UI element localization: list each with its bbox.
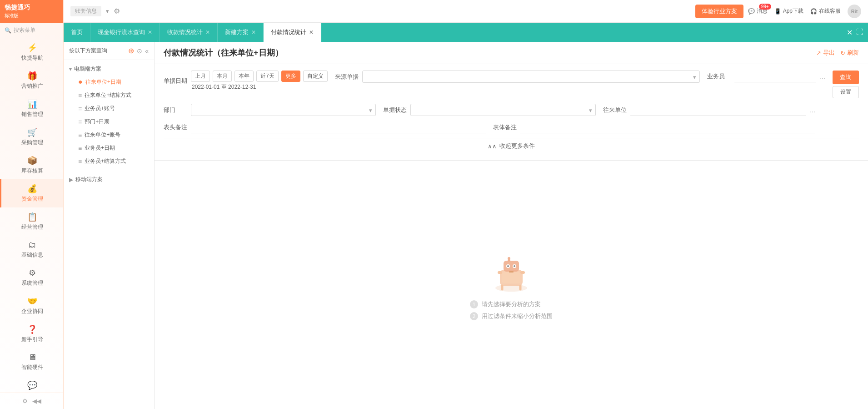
empty-state: 1 请先选择要分析的方案 2 用过滤条件来缩小分析范围 xyxy=(155,161,868,409)
scheme-item-staff-settlement-label: 业务员+结算方式 xyxy=(85,157,126,165)
body-remark-input[interactable] xyxy=(520,121,815,133)
sidebar-item-wxwork[interactable]: 💬 企业微信 xyxy=(0,376,63,393)
date-btn-7days[interactable]: 近7天 xyxy=(256,71,279,82)
scheme-item-unit-date[interactable]: ● 往来单位+日期 xyxy=(69,75,149,89)
dropdown-icon[interactable]: ▾ xyxy=(106,8,109,15)
salesperson-input[interactable] xyxy=(734,71,816,82)
sidebar-item-inventory[interactable]: 📦 库存核算 xyxy=(0,151,63,179)
desktop-scheme-title[interactable]: ▾ 电脑端方案 xyxy=(69,63,149,75)
header-remark-input[interactable] xyxy=(191,121,486,133)
settings-footer-icon[interactable]: ⚙ xyxy=(22,398,28,404)
tab-payment-close[interactable]: ✕ xyxy=(309,29,314,35)
message-badge: 99+ xyxy=(759,4,771,10)
source-filter-group: 来源单据 xyxy=(335,71,700,83)
sidebar-item-collab[interactable]: 🤝 企业协同 xyxy=(0,292,63,320)
scheme-item-staff-account[interactable]: ≡ 业务员+账号 xyxy=(69,102,149,115)
trial-btn[interactable]: 体验行业方案 xyxy=(695,5,743,18)
header-settings-icon[interactable]: ⚙ xyxy=(114,7,120,15)
service-label: 在线客服 xyxy=(819,7,841,15)
sidebar-item-quicknav[interactable]: ⚡ 快捷导航 xyxy=(0,38,63,66)
header-icons: 💬 消息 99+ 📱 App下载 🎧 在线客服 Rit xyxy=(748,5,861,18)
download-icon: 📱 xyxy=(774,8,781,15)
online-service-btn[interactable]: 🎧 在线客服 xyxy=(810,7,841,15)
tab-newscheme[interactable]: 新建方案 ✕ xyxy=(218,23,264,42)
tab-newscheme-close[interactable]: ✕ xyxy=(251,29,256,35)
unit-dots[interactable]: ... xyxy=(810,106,815,114)
sidebar-item-sales[interactable]: 📊 销售管理 xyxy=(0,95,63,123)
export-btn[interactable]: ↗ 导出 xyxy=(816,49,835,57)
tab-cashflow-close[interactable]: ✕ xyxy=(148,29,152,35)
dept-select[interactable] xyxy=(191,104,376,116)
scheme-settings-icon[interactable]: ⊙ xyxy=(137,47,142,55)
sidebar-item-basicinfo[interactable]: 🗂 基础信息 xyxy=(0,236,63,263)
maximize-icon[interactable]: ⛶ xyxy=(856,28,863,36)
tab-receipt-close[interactable]: ✕ xyxy=(205,29,210,35)
marketing-label: 营销推广 xyxy=(21,82,43,90)
scheme-item-staff-settlement[interactable]: ≡ 业务员+结算方式 xyxy=(69,155,149,168)
tab-receipt[interactable]: 收款情况统计 ✕ xyxy=(160,23,218,42)
tab-receipt-label: 收款情况统计 xyxy=(167,28,203,36)
search-label: 搜索菜单 xyxy=(14,26,35,34)
account-info: 账套信息 xyxy=(70,6,101,16)
salesperson-dots[interactable]: ... xyxy=(820,73,825,80)
mobile-scheme-title[interactable]: ▶ 移动端方案 xyxy=(69,173,149,186)
desktop-scheme-group: ▾ 电脑端方案 ● 往来单位+日期 ≡ 往来单位+结算方式 ≡ 业务员+账号 ≡ xyxy=(64,60,154,171)
scheme-item-staff-date[interactable]: ≡ 业务员+日期 xyxy=(69,141,149,155)
source-select[interactable] xyxy=(362,71,700,83)
unit-input[interactable] xyxy=(630,104,807,116)
scheme-item-unit-account[interactable]: ≡ 往来单位+账号 xyxy=(69,128,149,141)
user-avatar[interactable]: Rit xyxy=(848,5,861,18)
scheme-icon-2: ≡ xyxy=(78,105,82,112)
collapse-panel-icon[interactable]: « xyxy=(145,47,149,55)
sidebar-item-purchase[interactable]: 🛒 采购管理 xyxy=(0,123,63,151)
dept-filter-group: 部门 xyxy=(164,104,376,116)
tab-payment[interactable]: 付款情况统计 ✕ xyxy=(264,23,321,42)
close-all-tabs-icon[interactable]: ✕ xyxy=(847,28,853,37)
scheme-item-unit-settlement[interactable]: ≡ 往来单位+结算方式 xyxy=(69,89,149,102)
hardware-icon: 🖥 xyxy=(28,353,36,362)
date-btn-lastmonth[interactable]: 上月 xyxy=(191,71,210,82)
date-btn-more[interactable]: 更多 xyxy=(281,71,300,82)
date-btn-thisyear[interactable]: 本年 xyxy=(234,71,254,82)
date-btn-custom[interactable]: 自定义 xyxy=(303,71,328,82)
tab-cashflow[interactable]: 现金银行流水查询 ✕ xyxy=(90,23,160,42)
sidebar: 畅捷通巧 标准版 🔍 搜索菜单 ⚡ 快捷导航 🎁 营销推广 📊 销售管理 🛒 采… xyxy=(0,0,64,409)
refresh-btn[interactable]: ↻ 刷新 xyxy=(840,49,859,57)
service-icon: 🎧 xyxy=(810,8,817,15)
scheme-header-label: 按以下方案查询 xyxy=(69,47,107,55)
search-menu[interactable]: 🔍 搜索菜单 xyxy=(0,23,63,38)
svg-rect-5 xyxy=(504,261,519,272)
scheme-item-unit-settlement-label: 往来单位+结算方式 xyxy=(85,91,131,99)
sidebar-item-sysadmin[interactable]: ⚙ 系统管理 xyxy=(0,263,63,292)
messages-btn[interactable]: 💬 消息 99+ xyxy=(748,7,768,15)
scheme-panel-actions: ⊕ ⊙ « xyxy=(128,46,149,55)
sidebar-item-funds[interactable]: 💰 资金管理 xyxy=(0,179,63,207)
sidebar-item-marketing[interactable]: 🎁 营销推广 xyxy=(0,66,63,95)
filter-row-2: 部门 单据状态 xyxy=(164,104,859,116)
message-icon: 💬 xyxy=(748,8,755,15)
sales-label: 销售管理 xyxy=(21,111,43,118)
app-download-btn[interactable]: 📱 App下载 xyxy=(774,7,803,15)
mobile-expand-icon: ▶ xyxy=(69,177,73,183)
sidebar-item-guide[interactable]: ❓ 新手引导 xyxy=(0,320,63,348)
page-header-actions: ↗ 导出 ↻ 刷新 xyxy=(816,49,859,57)
collapse-sidebar-icon[interactable]: ◀◀ xyxy=(32,398,41,404)
date-btn-thismonth[interactable]: 本月 xyxy=(213,71,232,82)
status-filter-label: 单据状态 xyxy=(383,106,407,114)
query-btn[interactable]: 查询 xyxy=(833,71,859,84)
sidebar-item-hardware[interactable]: 🖥 智能硬件 xyxy=(0,348,63,376)
dept-filter-label: 部门 xyxy=(164,106,187,114)
collapse-filter-btn[interactable]: ∧∧ 收起更多条件 xyxy=(164,138,859,154)
guide-label: 新手引导 xyxy=(21,336,43,343)
scheme-icon-5: ≡ xyxy=(78,145,82,152)
query-btns: 查询 设置 xyxy=(833,71,859,98)
scheme-item-dept-date[interactable]: ≡ 部门+日期 xyxy=(69,115,149,128)
svg-point-9 xyxy=(514,265,515,267)
add-scheme-icon[interactable]: ⊕ xyxy=(128,46,134,55)
tab-home[interactable]: 首页 xyxy=(64,23,90,42)
sidebar-item-operations[interactable]: 📋 经营管理 xyxy=(0,207,63,236)
status-select[interactable] xyxy=(410,104,595,116)
sidebar-nav: ⚡ 快捷导航 🎁 营销推广 📊 销售管理 🛒 采购管理 📦 库存核算 💰 资金管… xyxy=(0,38,63,393)
sysadmin-label: 系统管理 xyxy=(21,279,43,287)
filter-settings-btn[interactable]: 设置 xyxy=(833,86,859,98)
